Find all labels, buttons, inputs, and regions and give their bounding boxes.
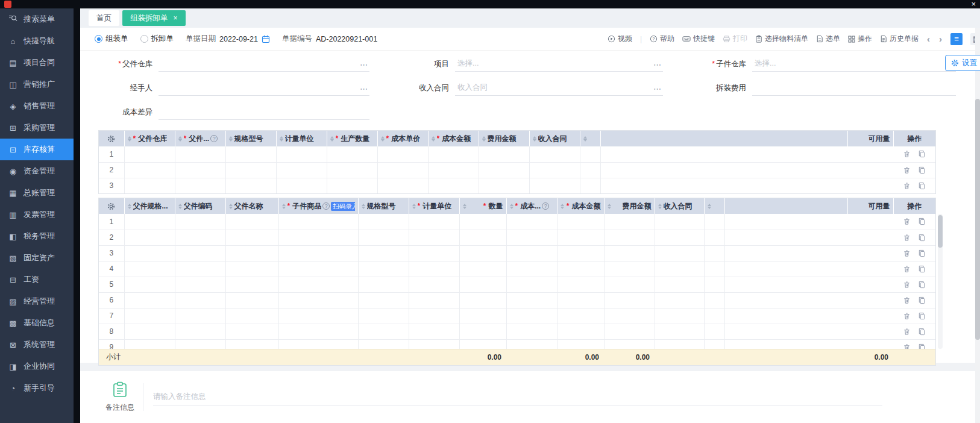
cell-cost-price[interactable] (506, 339, 557, 349)
prev-arrow-icon[interactable]: ‹ (926, 34, 931, 44)
cell-spec-model[interactable] (358, 308, 409, 324)
sort-icon[interactable] (658, 204, 662, 209)
cell-parent-spec[interactable] (124, 245, 175, 261)
cell-extra[interactable] (704, 245, 724, 261)
sidebar-item-tax-mgmt[interactable]: ◧税务管理 (0, 225, 74, 247)
cell-production-qty[interactable] (327, 146, 377, 162)
cell-cost-price[interactable] (506, 308, 557, 324)
cell-income-contract[interactable] (655, 308, 704, 324)
action-history-orders[interactable]: 历史单据 (880, 34, 919, 44)
copy-row-button[interactable] (918, 150, 926, 158)
sidebar-item-sales-mgmt[interactable]: ◈销售管理 (0, 95, 74, 117)
delete-row-button[interactable] (903, 150, 911, 158)
cell-extra[interactable] (704, 230, 724, 245)
cell-extra[interactable] (704, 292, 724, 308)
income-contract-input[interactable]: 收入合同⋯ (455, 80, 663, 96)
sidebar-item-project-contract[interactable]: ▤项目合同 (0, 52, 74, 74)
sort-icon[interactable] (229, 136, 233, 142)
cell-cost-amount[interactable] (557, 292, 604, 308)
cell-parent-spec[interactable] (124, 214, 175, 230)
cell-available[interactable] (847, 292, 893, 308)
sidebar-item-basic-info[interactable]: ▩基础信息 (0, 312, 74, 334)
sidebar-search[interactable]: 搜索菜单 (0, 8, 74, 30)
col-header-spec-model[interactable]: 规格型号 (358, 198, 409, 214)
cell-spec-model[interactable] (358, 245, 409, 261)
sidebar-item-general-ledger[interactable]: ▦总账管理 (0, 182, 74, 204)
delete-row-button[interactable] (903, 234, 911, 242)
cell-parent-code[interactable] (175, 324, 225, 339)
cell-unit[interactable] (409, 324, 459, 339)
delete-row-button[interactable] (903, 166, 911, 174)
col-header-extra[interactable] (580, 131, 600, 146)
sort-icon[interactable] (412, 204, 416, 209)
table-view-toggle[interactable]: ≡ (950, 33, 963, 45)
cell-production-qty[interactable] (327, 178, 377, 193)
col-header-parent-item[interactable]: *父件...? (175, 131, 225, 146)
col-header-parent-spec[interactable]: 父件规格... (124, 198, 175, 214)
cell-parent-spec[interactable] (124, 292, 175, 308)
action-video[interactable]: 视频 (608, 34, 632, 44)
cell-available[interactable] (847, 162, 893, 178)
help-icon[interactable]: ? (210, 135, 218, 142)
delete-row-button[interactable] (903, 296, 911, 304)
cell-filler[interactable] (724, 230, 847, 245)
cell-unit[interactable] (276, 162, 327, 178)
delete-row-button[interactable] (903, 218, 911, 225)
calendar-icon[interactable] (262, 35, 270, 43)
delete-row-button[interactable] (903, 343, 911, 349)
cell-fee-amount[interactable] (604, 245, 655, 261)
sidebar-item-payroll[interactable]: ⊟工资 (0, 269, 74, 290)
cell-child-item[interactable] (278, 245, 358, 261)
cell-unit[interactable] (276, 178, 327, 193)
cell-cost-price[interactable] (506, 230, 557, 245)
cell-fee-amount[interactable] (604, 277, 655, 292)
cell-income-contract[interactable] (529, 146, 580, 162)
more-options-button[interactable]: ⋯ (360, 84, 368, 93)
delete-row-button[interactable] (903, 312, 911, 320)
cell-qty[interactable] (459, 308, 506, 324)
cell-cost-price[interactable] (506, 292, 557, 308)
copy-row-button[interactable] (918, 234, 926, 242)
cell-parent-name[interactable] (225, 339, 278, 349)
sort-icon[interactable] (178, 136, 182, 142)
cell-parent-name[interactable] (225, 292, 278, 308)
copy-row-button[interactable] (918, 166, 926, 174)
cell-income-contract[interactable] (655, 324, 704, 339)
cell-child-item[interactable] (278, 230, 358, 245)
col-header-cost-amount[interactable]: *成本金额 (557, 198, 604, 214)
action-operations[interactable]: 操作 (848, 34, 872, 44)
settings-button[interactable]: 设置 (945, 55, 980, 71)
column-settings-gear-icon[interactable] (102, 131, 121, 146)
sort-icon[interactable] (561, 204, 564, 209)
cell-parent-item[interactable] (175, 162, 225, 178)
cell-cost-amount[interactable] (557, 277, 604, 292)
col-header-unit[interactable]: 计量单位 (276, 131, 327, 146)
cell-parent-spec[interactable] (124, 324, 175, 339)
cell-child-item[interactable] (278, 214, 358, 230)
cell-parent-warehouse[interactable] (124, 146, 175, 162)
cell-unit[interactable] (409, 308, 459, 324)
tab-close-icon[interactable]: × (174, 14, 178, 22)
cell-extra[interactable] (704, 339, 724, 349)
cell-unit[interactable] (409, 230, 459, 245)
cell-qty[interactable] (459, 292, 506, 308)
cell-available[interactable] (847, 261, 893, 277)
cell-cost-amount[interactable] (557, 261, 604, 277)
delete-row-button[interactable] (903, 328, 911, 336)
cell-available[interactable] (847, 245, 893, 261)
child-warehouse-input[interactable]: 选择...⋯ (752, 56, 956, 72)
cell-spec-model[interactable] (225, 178, 276, 193)
cell-unit[interactable] (276, 146, 327, 162)
cell-spec-model[interactable] (225, 146, 276, 162)
sort-icon[interactable] (510, 204, 514, 209)
sidebar-item-inventory-accounting[interactable]: ⊡库存核算 (0, 139, 74, 160)
handler-input[interactable]: ⋯ (159, 80, 369, 96)
more-options-button[interactable]: ⋯ (653, 84, 662, 93)
sidebar-item-marketing[interactable]: ◫营销推广 (0, 74, 74, 95)
tab-home[interactable]: 首页 (89, 10, 119, 26)
window-close-button[interactable]: × (971, 1, 976, 7)
action-help[interactable]: ?帮助 (650, 34, 674, 44)
cell-available[interactable] (847, 230, 893, 245)
cell-filler[interactable] (600, 178, 847, 193)
cell-filler[interactable] (724, 339, 847, 349)
